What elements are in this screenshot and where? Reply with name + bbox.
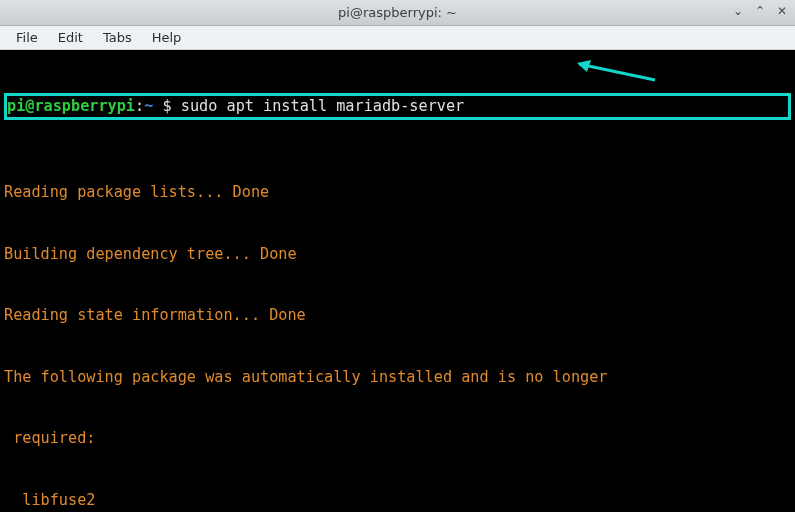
menu-edit[interactable]: Edit: [50, 28, 91, 47]
terminal-output-line: The following package was automatically …: [4, 367, 791, 388]
prompt-path: ~: [144, 97, 153, 115]
terminal-output-line: Reading package lists... Done: [4, 182, 791, 203]
prompt-command: sudo apt install mariadb-server: [172, 97, 465, 115]
terminal-output-line: Reading state information... Done: [4, 305, 791, 326]
terminal-area[interactable]: pi@raspberrypi:~ $ sudo apt install mari…: [0, 50, 795, 512]
menu-help[interactable]: Help: [144, 28, 190, 47]
menu-file[interactable]: File: [8, 28, 46, 47]
window-titlebar: pi@raspberrypi: ~ ⌄ ⌃ ✕: [0, 0, 795, 26]
menu-tabs[interactable]: Tabs: [95, 28, 140, 47]
window-controls: ⌄ ⌃ ✕: [731, 4, 789, 18]
annotation-arrow-icon: [577, 58, 657, 82]
window-title: pi@raspberrypi: ~: [338, 5, 457, 20]
terminal-output-line: required:: [4, 428, 791, 449]
svg-marker-1: [577, 60, 591, 72]
minimize-button[interactable]: ⌄: [731, 4, 745, 18]
menubar: File Edit Tabs Help: [0, 26, 795, 50]
terminal-output-line: Building dependency tree... Done: [4, 244, 791, 265]
prompt-colon: :: [135, 97, 144, 115]
svg-line-0: [579, 64, 655, 80]
terminal-output-line: libfuse2: [4, 490, 791, 511]
prompt-user-host: pi@raspberrypi: [7, 97, 135, 115]
close-button[interactable]: ✕: [775, 4, 789, 18]
prompt-sigil: $: [153, 97, 171, 115]
prompt-line: pi@raspberrypi:~ $ sudo apt install mari…: [4, 93, 791, 120]
maximize-button[interactable]: ⌃: [753, 4, 767, 18]
